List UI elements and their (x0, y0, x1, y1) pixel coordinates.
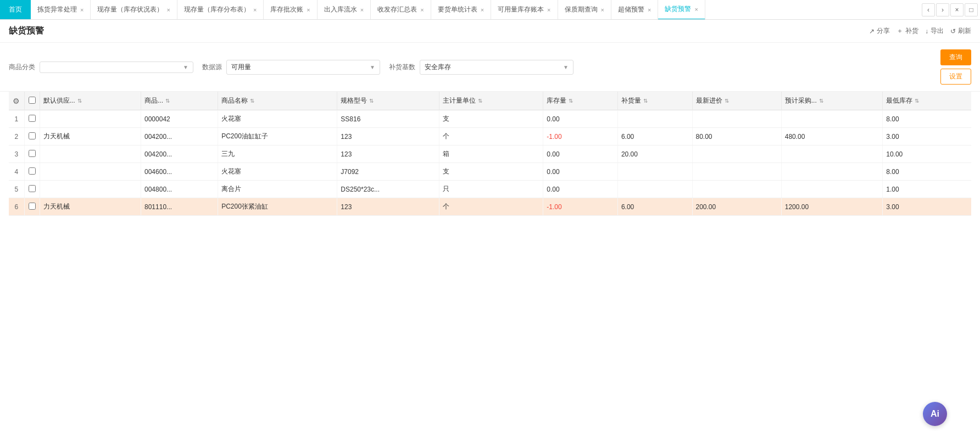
replenish-base-dropdown-icon: ▼ (563, 64, 569, 70)
row-checkbox[interactable] (29, 115, 36, 122)
th-est-purchase-label: 预计采购... (785, 96, 817, 105)
category-label: 商品分类 (9, 63, 35, 72)
tab-inventory-dist[interactable]: 现存量（库存分布表） × (177, 0, 264, 20)
th-settings[interactable]: ⚙ (9, 92, 24, 110)
tab-label: 超储预警 (618, 5, 644, 14)
est-purchase-cell (781, 163, 883, 181)
th-product-code-label: 商品... (144, 96, 163, 105)
tab-shortage-warning[interactable]: 缺货预警 × (658, 0, 705, 20)
datasource-select-value: 可用量 (231, 63, 365, 72)
supplier-cell (40, 110, 141, 128)
tab-stock-exception[interactable]: 拣货异常处理 × (31, 0, 91, 20)
tab-batch-account[interactable]: 库存批次账 × (264, 0, 317, 20)
row-checkbox-cell[interactable] (24, 181, 40, 198)
datasource-dropdown-icon: ▼ (370, 64, 375, 70)
product-name-cell: PC200张紧油缸 (218, 198, 337, 216)
tab-available-ledger[interactable]: 可用量库存账本 × (491, 0, 558, 20)
tab-close-all-btn[interactable]: × (950, 3, 964, 16)
row-checkbox-cell[interactable] (24, 198, 40, 216)
tab-receive-summary[interactable]: 收发存汇总表 × (371, 0, 431, 20)
replenish-base-select-value: 安全库存 (425, 63, 559, 72)
product-code-cell: 004800... (141, 181, 218, 198)
replenish-cell (617, 110, 692, 128)
th-checkbox[interactable] (24, 92, 40, 110)
product-code-cell: 801110... (141, 198, 218, 216)
row-checkbox[interactable] (29, 150, 36, 157)
replenish-button[interactable]: ＋ 补货 (897, 26, 918, 36)
product-name-cell: 火花塞 (218, 110, 337, 128)
refresh-button[interactable]: ↺ 刷新 (950, 26, 971, 36)
product-name-cell: 火花塞 (218, 163, 337, 181)
th-supplier[interactable]: 默认供应...⇅ (40, 92, 141, 110)
ai-badge-label: Ai (931, 409, 939, 419)
row-checkbox[interactable] (29, 132, 36, 139)
tab-next-btn[interactable]: › (936, 3, 949, 16)
category-select[interactable]: ▼ (40, 61, 193, 73)
table-wrap: ⚙ 默认供应...⇅ 商品...⇅ 商品名称⇅ 规格型号⇅ (0, 92, 980, 225)
tab-overstock-warning[interactable]: 超储预警 × (611, 0, 658, 20)
th-stock[interactable]: 库存量⇅ (543, 92, 618, 110)
row-num-cell: 4 (9, 163, 24, 181)
tab-home[interactable]: 首页 (0, 0, 31, 20)
replenish-cell: 20.00 (617, 145, 692, 163)
th-product-name[interactable]: 商品名称⇅ (218, 92, 337, 110)
spec-cell: J7092 (337, 163, 439, 181)
tab-close-icon[interactable]: × (601, 7, 604, 13)
latest-price-cell (692, 181, 781, 198)
tab-close-icon[interactable]: × (420, 7, 424, 13)
min-stock-cell: 10.00 (883, 145, 971, 163)
tab-close-icon[interactable]: × (694, 6, 698, 13)
th-min-stock[interactable]: 最低库存⇅ (883, 92, 971, 110)
replenish-cell: 6.00 (617, 128, 692, 145)
tab-demand-stats[interactable]: 要货单统计表 × (431, 0, 491, 20)
share-button[interactable]: ↗ 分享 (869, 26, 890, 36)
row-checkbox-cell[interactable] (24, 145, 40, 163)
tab-maximize-btn[interactable]: □ (965, 3, 978, 16)
settings-button[interactable]: 设置 (940, 69, 971, 85)
category-filter-group: 商品分类 ▼ (9, 61, 193, 73)
tab-close-icon[interactable]: × (648, 7, 651, 13)
sort-icon: ⇅ (569, 98, 573, 104)
table-row: 2 力天机械 004200... PC200油缸缸子 123 个 -1.00 6… (9, 128, 971, 145)
th-est-purchase[interactable]: 预计采购...⇅ (781, 92, 883, 110)
row-checkbox-cell[interactable] (24, 163, 40, 181)
row-checkbox[interactable] (29, 185, 36, 192)
tab-expiry-query[interactable]: 保质期查询 × (558, 0, 611, 20)
tab-close-icon[interactable]: × (360, 7, 364, 13)
query-button[interactable]: 查询 (940, 49, 971, 65)
tab-prev-btn[interactable]: ‹ (922, 3, 935, 16)
tab-close-icon[interactable]: × (80, 7, 83, 13)
tab-close-icon[interactable]: × (253, 7, 257, 13)
row-checkbox[interactable] (29, 203, 36, 210)
supplier-cell (40, 163, 141, 181)
row-checkbox-cell[interactable] (24, 128, 40, 145)
row-checkbox-cell[interactable] (24, 110, 40, 128)
header-actions: ↗ 分享 ＋ 补货 ↓ 导出 ↺ 刷新 (869, 26, 971, 36)
tab-inout-flow[interactable]: 出入库流水 × (318, 0, 371, 20)
spec-cell: 123 (337, 198, 439, 216)
th-min-stock-label: 最低库存 (886, 96, 912, 105)
tab-inventory-status[interactable]: 现存量（库存状况表） × (91, 0, 177, 20)
th-unit[interactable]: 主计量单位⇅ (439, 92, 543, 110)
tab-close-icon[interactable]: × (481, 7, 484, 13)
tab-close-icon[interactable]: × (547, 7, 550, 13)
datasource-select[interactable]: 可用量 ▼ (226, 60, 380, 75)
th-spec[interactable]: 规格型号⇅ (337, 92, 439, 110)
supplier-cell: 力天机械 (40, 128, 141, 145)
tab-close-icon[interactable]: × (166, 7, 170, 13)
th-latest-price[interactable]: 最新进价⇅ (692, 92, 781, 110)
tab-close-icon[interactable]: × (307, 7, 310, 13)
select-all-checkbox[interactable] (29, 97, 36, 104)
replenish-base-select[interactable]: 安全库存 ▼ (420, 60, 573, 75)
row-checkbox[interactable] (29, 167, 36, 175)
th-replenish[interactable]: 补货量⇅ (617, 92, 692, 110)
th-product-code[interactable]: 商品...⇅ (141, 92, 218, 110)
page-header: 缺货预警 ↗ 分享 ＋ 补货 ↓ 导出 ↺ 刷新 (0, 20, 980, 43)
filter-row: 商品分类 ▼ 数据源 可用量 ▼ 补货基数 安全库存 ▼ 查询 设置 (0, 43, 980, 92)
datasource-label: 数据源 (202, 63, 222, 72)
spec-cell: SS816 (337, 110, 439, 128)
refresh-icon: ↺ (950, 27, 956, 35)
table-row: 3 004200... 三九 123 箱 0.00 20.00 10.00 (9, 145, 971, 163)
ai-badge[interactable]: Ai (923, 402, 947, 426)
export-button[interactable]: ↓ 导出 (925, 26, 944, 36)
